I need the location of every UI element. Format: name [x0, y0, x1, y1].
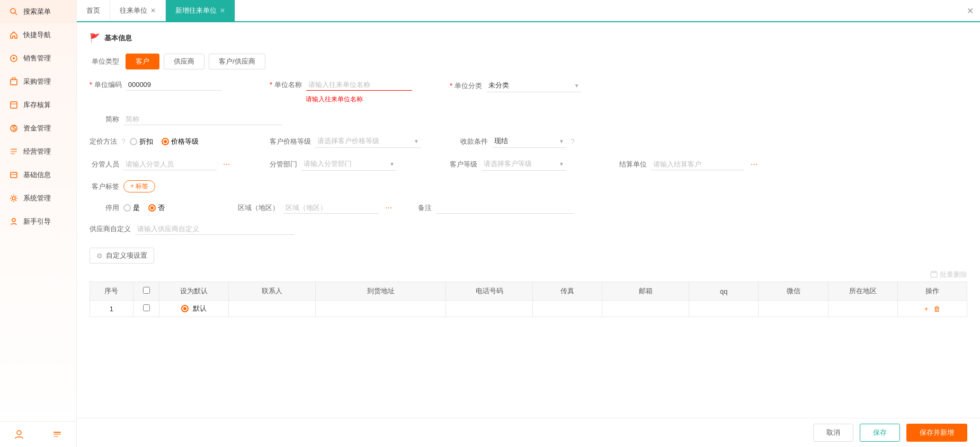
tab-new-partner-close[interactable]: ✕ [220, 7, 225, 14]
row-contact-input[interactable] [232, 305, 312, 313]
row-add-btn[interactable]: + [924, 305, 929, 313]
department-select[interactable]: 请输入分管部门 ▼ [301, 157, 397, 171]
short-name-input-wrap [123, 113, 282, 125]
sidebar-bottom-icon-1[interactable] [11, 426, 28, 443]
disabled-radio-yes[interactable]: 是 [123, 203, 140, 213]
manager-dots-btn[interactable]: ··· [221, 160, 232, 169]
sidebar-item-inventory[interactable]: 库存核算 [0, 93, 76, 117]
save-button[interactable]: 保存 [860, 424, 900, 442]
customer-price-level-placeholder: 请选择客户价格等级 [317, 136, 414, 146]
tab-new-partner[interactable]: 新增往来单位 ✕ [166, 0, 235, 21]
row-phone-input[interactable] [449, 305, 529, 313]
custom-settings-button[interactable]: ⚙ 自定义项设置 [90, 248, 154, 264]
svg-point-14 [12, 197, 15, 200]
row-wechat[interactable] [759, 301, 828, 317]
department-field: 分管部门 请输入分管部门 ▼ [270, 157, 450, 171]
sidebar-item-search[interactable]: 搜索菜单 [0, 0, 76, 23]
customer-price-level-select[interactable]: 请选择客户价格等级 ▼ [315, 135, 421, 148]
batch-delete[interactable]: 批量删除 [90, 270, 967, 279]
row-phone[interactable] [446, 301, 533, 317]
row-email[interactable] [602, 301, 689, 317]
region-dots-btn[interactable]: ··· [383, 203, 394, 213]
pricing-radio-level[interactable]: 价格等级 [162, 137, 199, 146]
save-and-new-button[interactable]: 保存并新增 [906, 424, 967, 442]
sidebar-item-finance[interactable]: $ 资金管理 [0, 117, 76, 140]
payment-terms-value: 现结 [494, 136, 559, 146]
tab-partners-close[interactable]: ✕ [150, 7, 156, 14]
tab-spacer [235, 0, 960, 21]
row-contact[interactable] [229, 301, 316, 317]
unit-code-input[interactable] [128, 81, 219, 89]
row-default-radio[interactable]: 默认 [163, 304, 225, 313]
main-area: 首页 往来单位 ✕ 新增往来单位 ✕ ✕ 🚩 基本信息 单位类型 客户 供应商 [77, 0, 980, 447]
pricing-help-icon[interactable]: ? [121, 137, 126, 146]
unit-name-field: * 单位名称 请输入往来单位名称 [270, 79, 450, 104]
disabled-radio-no[interactable]: 否 [148, 203, 165, 213]
pricing-radio-discount[interactable]: 折扣 [130, 137, 153, 146]
sidebar-item-sales[interactable]: 销售管理 [0, 47, 76, 70]
tab-home[interactable]: 首页 [77, 0, 110, 21]
table-header-checkbox[interactable] [143, 287, 150, 294]
row-fax-input[interactable] [536, 305, 599, 313]
remark-input-wrap [436, 202, 574, 214]
customer-price-level-label: 客户价格等级 [270, 137, 311, 146]
unit-name-input[interactable] [308, 81, 410, 89]
sidebar-item-system[interactable]: 系统管理 [0, 187, 76, 210]
customer-level-label: 客户等级 [450, 160, 477, 169]
row-fax[interactable] [533, 301, 602, 317]
add-tag-button[interactable]: + 标签 [123, 180, 155, 192]
manager-input[interactable] [126, 160, 215, 168]
row-qq[interactable] [689, 301, 759, 317]
svg-rect-10 [11, 151, 17, 152]
tab-close-all[interactable]: ✕ [960, 0, 980, 21]
settlement-unit-dots-btn[interactable]: ··· [749, 160, 760, 169]
row-checkbox-input[interactable] [143, 304, 150, 311]
sidebar-item-purchase[interactable]: 采购管理 [0, 70, 76, 93]
tab-partners[interactable]: 往来单位 ✕ [110, 0, 166, 21]
row-delete-btn[interactable]: 🗑 [933, 305, 940, 313]
supplier-custom-input[interactable] [137, 225, 292, 233]
system-icon [8, 193, 19, 204]
customer-level-placeholder: 请选择客户等级 [484, 159, 559, 169]
tab-new-partner-label: 新增往来单位 [175, 6, 217, 15]
row-email-input[interactable] [605, 305, 685, 313]
bottom-bar: 取消 保存 保存并新增 [77, 418, 980, 447]
col-checkbox[interactable] [133, 282, 159, 301]
row-checkbox[interactable] [133, 301, 159, 317]
sidebar-item-ops[interactable]: 经营管理 [0, 140, 76, 163]
row-address[interactable] [316, 301, 446, 317]
row-default-label: 默认 [193, 304, 207, 313]
payment-terms-help-icon[interactable]: ? [571, 137, 575, 146]
unit-category-select[interactable]: 未分类 ▼ [486, 79, 582, 92]
customer-level-select[interactable]: 请选择客户等级 ▼ [482, 157, 566, 171]
row-region-input[interactable] [832, 305, 894, 313]
home-icon [8, 30, 19, 40]
unit-btn-both[interactable]: 客户/供应商 [209, 54, 265, 69]
finance-icon: $ [8, 123, 19, 134]
section-title: 基本信息 [104, 33, 132, 43]
row-address-input[interactable] [319, 305, 442, 313]
unit-btn-supplier[interactable]: 供应商 [164, 54, 204, 69]
remark-input[interactable] [438, 204, 572, 212]
svg-rect-20 [931, 273, 937, 277]
sidebar-bottom-icon-2[interactable] [49, 426, 66, 443]
svg-rect-4 [11, 80, 17, 85]
sidebar-item-quicknav-label: 快捷导航 [23, 30, 51, 40]
search-icon [8, 6, 19, 17]
row-qq-input[interactable] [692, 305, 755, 313]
svg-rect-12 [11, 172, 17, 178]
unit-btn-customer[interactable]: 客户 [126, 54, 159, 69]
row-wechat-input[interactable] [762, 305, 824, 313]
manager-input-wrap [123, 159, 217, 170]
row-region[interactable] [828, 301, 897, 317]
payment-terms-select[interactable]: 现结 ▼ [492, 135, 566, 148]
sidebar-item-guide[interactable]: 新手引导 [0, 210, 76, 233]
sidebar-item-base[interactable]: 基础信息 [0, 163, 76, 187]
cancel-button[interactable]: 取消 [813, 424, 853, 442]
inventory-icon [8, 100, 19, 110]
svg-line-1 [15, 13, 17, 15]
sidebar-item-quicknav[interactable]: 快捷导航 [0, 23, 76, 47]
settlement-unit-input[interactable] [653, 160, 742, 168]
region-input[interactable] [286, 204, 377, 212]
short-name-input[interactable] [126, 115, 280, 123]
